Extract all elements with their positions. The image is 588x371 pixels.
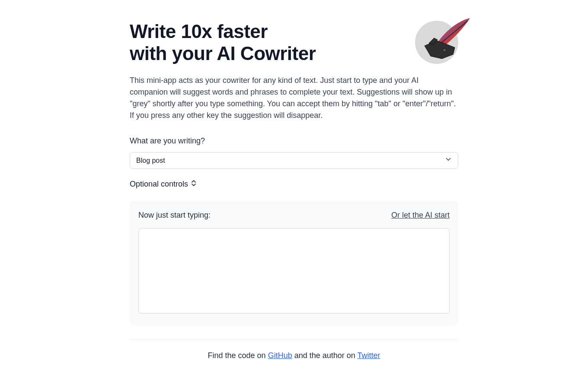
robot-hand-quill-icon <box>412 16 472 67</box>
footer-text: and the author on <box>292 351 358 360</box>
footer-divider <box>130 339 458 339</box>
svg-point-1 <box>443 48 446 52</box>
app-logo <box>415 21 458 64</box>
page-title: Write 10x faster with your AI Cowriter <box>130 21 316 64</box>
editor-card: Now just start typing: Or let the AI sta… <box>130 201 458 325</box>
writing-type-select[interactable]: Blog post <box>130 152 458 169</box>
ai-start-link[interactable]: Or let the AI start <box>391 211 450 220</box>
twitter-link[interactable]: Twitter <box>357 351 380 360</box>
chevron-up-down-icon <box>191 180 197 189</box>
header-row: Write 10x faster with your AI Cowriter <box>130 21 458 64</box>
footer-line-1: Find the code on GitHub and the author o… <box>130 350 458 361</box>
app-description: This mini-app acts as your cowriter for … <box>130 75 458 121</box>
page-container: Write 10x faster with your AI Cowriter <box>121 0 467 371</box>
optional-controls-toggle[interactable]: Optional controls <box>130 180 197 189</box>
footer: Find the code on GitHub and the author o… <box>130 350 458 371</box>
footer-line-2: If you like this app, please consider to… <box>130 368 458 371</box>
optional-controls-label: Optional controls <box>130 180 188 189</box>
editor-prompt-label: Now just start typing: <box>138 209 211 221</box>
writing-type-label: What are you writing? <box>130 135 458 147</box>
editor-textarea[interactable] <box>138 228 450 314</box>
title-line-2: with your AI Cowriter <box>130 43 316 64</box>
footer-text: Find the code on <box>208 351 268 360</box>
github-link[interactable]: GitHub <box>268 351 292 360</box>
title-line-1: Write 10x faster <box>130 21 268 42</box>
editor-header: Now just start typing: Or let the AI sta… <box>138 209 450 221</box>
writing-type-select-wrap: Blog post <box>130 152 458 169</box>
